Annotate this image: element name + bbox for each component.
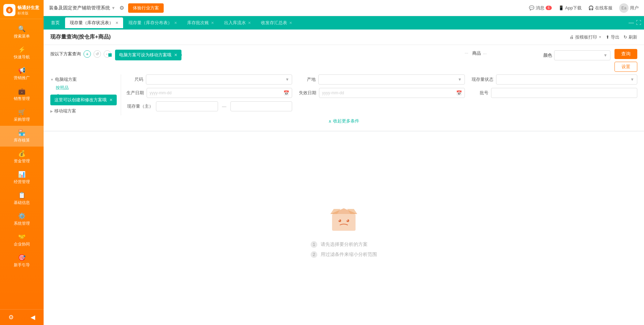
sidebar-item-purchase[interactable]: 🛒 采购管理 [0,105,44,126]
filter-size: 尺码 ▼ [126,74,292,85]
tab-collect[interactable]: 收发存汇总表 ✕ [256,17,297,28]
bell-icon: 💬 [529,5,534,10]
tab-batch[interactable]: 库存批次账 ✕ [182,17,219,28]
print-btn[interactable]: 🖨 按模板打印 ▼ [570,34,602,40]
empty-state: 1 请先选择要分析的方案 2 用过滤条件来缩小分析范围 [44,131,644,325]
produce-date-start[interactable]: yyyy-mm-dd 📅 [147,88,292,98]
industry-btn[interactable]: 体验行业方案 [128,3,164,13]
tab-close-collect[interactable]: ✕ [289,21,292,25]
notification-btn[interactable]: 💬 消息 6 [529,5,552,11]
stock-status-arrow: ▼ [630,77,634,82]
finance-icon: 💰 [18,150,25,157]
header-left: 装备及固定资产辅助管理系统 ▼ ⚙ 体验行业方案 [49,3,164,13]
add-scheme-btn[interactable]: + [84,50,91,58]
product-options-icon[interactable]: ··· [483,51,487,56]
stock-qty-input[interactable] [156,101,218,111]
empty-illustration [322,199,366,236]
app-download-btn[interactable]: 📱 App下载 [558,5,582,11]
system-icon: ⚙️ [18,212,25,220]
header-settings-icon[interactable]: ⚙ [119,5,124,11]
filter-origin: 产地 ▼ [299,74,465,85]
step-2: 2 用过滤条件来缩小分析范围 [311,251,377,258]
sidebar: 6 畅通好生意 标准版 🔍 搜索菜单 ⚡ 快速导航 📢 营销推广 💼 销售管理 … [0,0,44,325]
notification-badge: 6 [546,6,552,10]
query-btn[interactable]: 查询 [614,49,637,59]
sidebar-item-search[interactable]: 🔍 搜索菜单 [0,22,44,43]
stock-qty-end-input[interactable] [230,101,292,111]
tab-home[interactable]: 首页 [46,17,64,28]
sidebar-item-inventory[interactable]: 🏪 库存核算 [0,126,44,147]
step-1: 1 请先选择要分析的方案 [311,241,377,248]
desktop-tooltip-close[interactable]: ✕ [174,53,177,57]
app-logo: 6 畅通好生意 标准版 [0,0,44,19]
scheme-sub-item[interactable]: 按照品 [50,84,117,92]
desktop-scheme-tooltip[interactable]: 电脑方案可设为移动方案哦 ✕ [115,50,181,60]
collapse-btn[interactable]: ◀ [31,314,35,321]
set-btn[interactable]: 设置 [614,62,637,72]
purchase-icon: 🛒 [18,108,25,116]
sidebar-item-marketing[interactable]: 📢 营销推广 [0,63,44,84]
system-title-dropdown[interactable]: 装备及固定资产辅助管理系统 ▼ [49,5,115,11]
printer-icon: 🖨 [570,35,574,40]
tab-close-inout[interactable]: ✕ [248,21,251,25]
online-support-btn[interactable]: 🎧 在线客服 [588,5,612,11]
stock-status-select[interactable]: ▼ [496,74,637,85]
origin-select-arrow: ▼ [458,77,462,82]
step-1-num: 1 [311,241,317,248]
sidebar-item-system[interactable]: ⚙️ 系统管理 [0,209,44,230]
phone-icon: 📱 [558,5,564,10]
tab-close-inventory-status[interactable]: ✕ [115,21,118,25]
tab-inventory-dist[interactable]: 现存量（库存分布表） ✕ [124,17,182,28]
sidebar-item-basic[interactable]: 📋 基础信息 [0,188,44,209]
tab-inventory-status[interactable]: 现存量（库存状况表） ✕ [65,17,123,28]
sidebar-item-finance[interactable]: 💰 资金管理 [0,147,44,167]
search-icon: 🔍 [18,25,25,33]
step-2-num: 2 [311,251,317,258]
enterprise-icon: 🤝 [18,233,25,240]
reset-scheme-btn[interactable]: ↺ [94,50,101,58]
mobile-scheme-item[interactable]: ▶ 移动端方案 [50,105,117,115]
product-more-icon[interactable]: ··· [465,50,468,55]
user-profile-btn[interactable]: Ea 用户 [619,3,639,13]
sidebar-item-quick[interactable]: ⚡ 快速导航 [0,43,44,63]
tab-inout[interactable]: 出入库流水 ✕ [219,17,256,28]
origin-select[interactable]: ▼ [318,74,465,85]
tab-maximize-btn[interactable]: ⛶ [636,20,641,26]
edit-tooltip-close[interactable]: ✕ [109,98,113,102]
page-title: 现存量查询(按仓库+商品) [50,34,111,41]
collapse-arrow-icon: ∧ [328,119,332,124]
page-actions: 🖨 按模板打印 ▼ ⬆ 导出 ↻ 刷新 [570,34,637,40]
settings-bottom-btn[interactable]: ⚙ [8,314,14,321]
export-btn[interactable]: ⬆ 导出 [606,34,620,40]
tab-minimize-btn[interactable]: — [629,20,634,26]
desktop-scheme-item[interactable]: ▼ 电脑端方案 [50,75,117,84]
sidebar-item-sales[interactable]: 💼 销售管理 [0,84,44,105]
sidebar-item-guide[interactable]: 🎯 新手引导 [0,251,44,271]
filter-produce-date: 生产日期 yyyy-mm-dd 📅 [126,88,292,98]
tab-close-batch[interactable]: ✕ [211,21,214,25]
print-dropdown-icon: ▼ [598,35,602,39]
expand-arrow-icon: ▼ [50,78,54,82]
content-area: 现存量查询(按仓库+商品) 🖨 按模板打印 ▼ ⬆ 导出 ↻ 刷新 [44,30,644,325]
svg-point-8 [339,219,340,220]
collapse-more-btn[interactable]: ∧ 收起更多条件 [50,115,637,127]
dropdown-arrow-icon: ▼ [111,6,115,10]
color-select[interactable]: ▼ [554,50,610,60]
tab-bar-actions: — ⛶ [629,20,641,26]
tab-close-inventory-dist[interactable]: ✕ [174,21,177,25]
guide-icon: 🎯 [18,254,25,261]
basic-icon: 📋 [18,192,25,199]
size-select[interactable]: ▼ [146,74,292,85]
refresh-btn[interactable]: ↻ 刷新 [624,34,637,40]
system-title: 装备及固定资产辅助管理系统 [49,5,110,11]
filter-expire-date: 失效日期 yyyy-mm-dd 📅 [299,88,465,98]
sidebar-item-enterprise[interactable]: 🤝 企业协同 [0,230,44,251]
marketing-icon: 📢 [18,67,25,74]
expire-date-start[interactable]: yyyy-mm-dd 📅 [319,88,465,98]
size-select-arrow: ▼ [285,77,289,82]
sidebar-item-operations[interactable]: 📊 经营管理 [0,167,44,188]
batch-input[interactable] [491,88,637,98]
svg-point-9 [347,219,348,220]
refresh-icon: ↻ [624,35,627,40]
export-icon: ⬆ [606,35,609,40]
